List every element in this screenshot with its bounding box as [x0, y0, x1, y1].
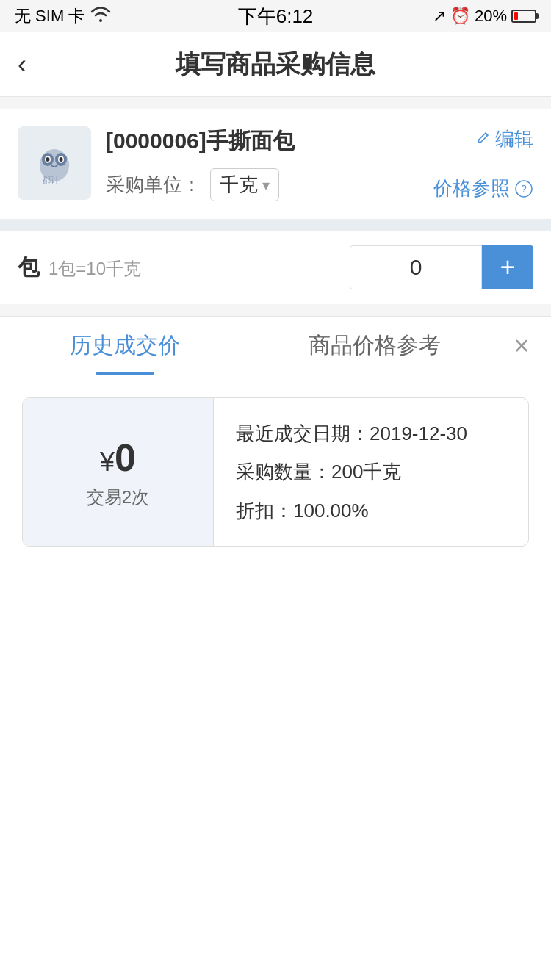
svg-point-6: [60, 157, 63, 162]
price-left: ¥0 交易2次: [23, 398, 214, 546]
qty-conversion: 1包=10千克: [48, 257, 141, 281]
status-right: ↗ ⏰ 20%: [433, 7, 536, 26]
tab-product-label: 商品价格参考: [309, 331, 441, 361]
product-card: 都计 [0000006]手撕面包 采购单位： 千克 ▾ 编辑 价格参照 ?: [0, 109, 551, 219]
alarm-icon: ⏰: [450, 7, 470, 26]
qty-unit: 包: [18, 253, 40, 283]
unit-label: 采购单位：: [106, 172, 201, 198]
direction-icon: ↗: [433, 7, 446, 26]
svg-point-5: [46, 157, 50, 162]
tab-underline: [96, 372, 154, 375]
tab-area: 历史成交价 商品价格参考 × ¥0 交易2次 最近成交日期：2019-12-30…: [0, 316, 551, 569]
price-number: 0: [115, 436, 136, 479]
carrier-text: 无 SIM 卡: [15, 5, 84, 27]
discount-row: 折扣：100.00%: [236, 497, 506, 524]
tab-product-price[interactable]: 商品价格参考: [250, 317, 500, 375]
product-image: 都计: [18, 126, 91, 200]
bottom-space: [0, 569, 551, 980]
wifi-icon: [90, 6, 111, 26]
price-transactions: 交易2次: [87, 486, 149, 509]
battery-icon: [511, 10, 536, 23]
back-button[interactable]: ‹: [18, 49, 26, 80]
unit-dropdown-icon: ▾: [262, 176, 270, 194]
status-time: 下午6:12: [238, 4, 314, 29]
unit-selector[interactable]: 千克 ▾: [210, 168, 279, 201]
tab-bar: 历史成交价 商品价格参考 ×: [0, 317, 551, 375]
tab-close-button[interactable]: ×: [500, 324, 544, 368]
tab-history-label: 历史成交价: [70, 331, 180, 361]
status-bar: 无 SIM 卡 下午6:12 ↗ ⏰ 20%: [0, 0, 551, 32]
product-name: [0000006]手撕面包: [106, 126, 533, 156]
price-panel: ¥0 交易2次 最近成交日期：2019-12-30 采购数量：200千克 折扣：…: [0, 375, 551, 569]
battery-text: 20%: [475, 7, 507, 26]
price-right: 最近成交日期：2019-12-30 采购数量：200千克 折扣：100.00%: [214, 398, 528, 546]
recent-date-row: 最近成交日期：2019-12-30: [236, 420, 506, 447]
nav-bar: ‹ 填写商品采购信息: [0, 32, 551, 97]
currency-symbol: ¥: [100, 447, 115, 477]
close-icon: ×: [514, 331, 529, 361]
quantity-input[interactable]: [350, 245, 482, 289]
qty-right: +: [350, 245, 533, 289]
svg-text:?: ?: [521, 183, 527, 195]
svg-text:都计: 都计: [42, 175, 60, 185]
price-ref-label: 价格参照: [433, 176, 510, 201]
qty-plus-button[interactable]: +: [482, 245, 533, 289]
page-title: 填写商品采购信息: [176, 48, 375, 82]
edit-button[interactable]: 编辑: [476, 126, 533, 152]
edit-label: 编辑: [495, 126, 533, 152]
divider-1: [0, 219, 551, 231]
price-ref-button[interactable]: 价格参照 ?: [433, 176, 533, 201]
purchase-qty-row: 采购数量：200千克: [236, 458, 506, 485]
status-left: 无 SIM 卡: [15, 5, 111, 27]
price-value: ¥0: [100, 436, 136, 480]
price-card: ¥0 交易2次 最近成交日期：2019-12-30 采购数量：200千克 折扣：…: [22, 397, 529, 547]
qty-left: 包 1包=10千克: [18, 253, 141, 283]
tab-history-price[interactable]: 历史成交价: [0, 317, 250, 375]
quantity-row: 包 1包=10千克 +: [0, 231, 551, 304]
unit-value: 千克: [220, 172, 258, 198]
